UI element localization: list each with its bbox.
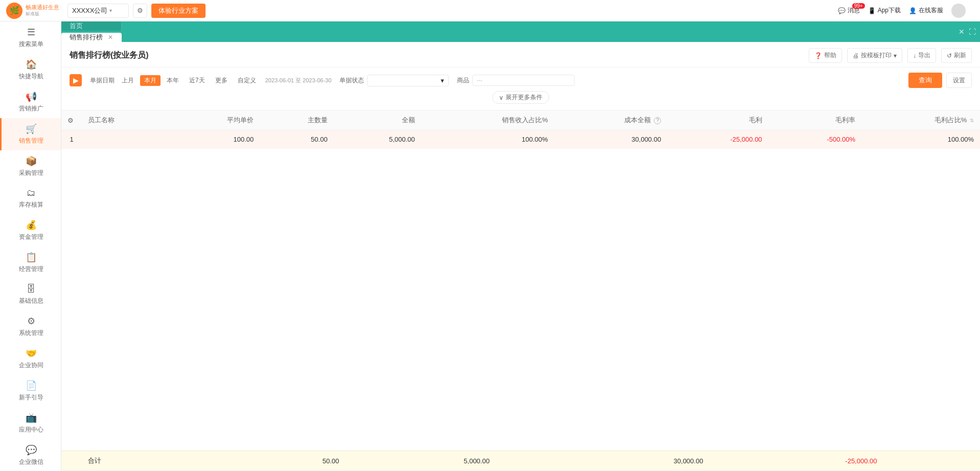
sidebar-search-label: 搜索菜单 [19,40,43,49]
export-button[interactable]: ↓ 导出 [907,48,936,63]
cell-margin: -25,000.00 [667,130,768,149]
page-content: 销售排行榜(按业务员) ❓ 帮助 🖨 按模板打印 ▾ ↓ 导出 [61,42,980,471]
footer-margin: -25,000.00 [709,451,883,471]
tab-home[interactable]: 首页 [61,21,122,31]
footer-margin-rate [883,451,932,471]
expand-icon: ∨ [499,94,504,101]
sidebar-item-operation[interactable]: 📋 经营管理 [0,246,61,279]
settings-icon[interactable]: ⚙ [133,4,147,18]
app-download-button[interactable]: 📱 App下载 [868,6,901,15]
print-label: 按模板打印 [861,51,892,60]
sidebar-item-purchase[interactable]: 📦 采购管理 [0,150,61,183]
settings-button[interactable]: 设置 [946,73,972,88]
top-bar: 🌿 畅康通好生意 标准版 XXXXX公司 ▾ ⚙ 体验行业方案 💬 消息 99+… [0,0,980,21]
query-button[interactable]: 查询 [908,73,942,88]
maximize-icon[interactable]: ⛶ [969,28,976,36]
sidebar-wechat-icon: 💬 [26,444,37,456]
col-margin-pct: 毛利占比% ⇅ [861,110,980,130]
avatar[interactable] [951,4,966,18]
date-opt-last7[interactable]: 近7天 [185,75,209,86]
sidebar-item-search[interactable]: ☰ 搜索菜单 [0,21,61,54]
message-badge: 99+ [852,3,865,9]
logo-icon: 🌿 [6,3,22,19]
message-icon: 💬 [838,7,846,14]
date-opt-custom[interactable]: 自定义 [234,75,260,86]
sidebar-operation-icon: 📋 [26,252,37,263]
logo-badge: 标准版 [26,11,59,17]
sidebar-inventory-icon: 🗂 [27,188,36,198]
cell-sales-pct: 100.00% [421,130,554,149]
sidebar-purchase-label: 采购管理 [19,169,43,177]
expand-label: 展开更多条件 [506,93,542,102]
company-selector[interactable]: XXXXX公司 ▾ [67,4,129,18]
sidebar: ☰ 搜索菜单 🏠 快捷导航 📢 营销推广 🛒 销售管理 📦 采购管理 🗂 库存核… [0,21,61,471]
message-button[interactable]: 💬 消息 99+ [838,6,860,15]
sidebar-item-system[interactable]: ⚙ 系统管理 [0,310,61,343]
cost-help-icon[interactable]: ? [654,117,661,124]
table-header: ⚙ 员工名称 平均单价 主数量 全额 销售收入占比% 成本全额 ? 毛利 毛利率… [61,110,980,130]
sidebar-basic-label: 基础信息 [19,297,43,305]
goods-input[interactable]: ··· [472,75,575,86]
sidebar-item-quick[interactable]: 🏠 快捷导航 [0,54,61,86]
sidebar-item-finance[interactable]: 💰 资金管理 [0,214,61,246]
footer-cost: 30,000.00 [544,451,709,471]
sidebar-marketing-label: 营销推广 [19,104,43,113]
service-label: 在线客服 [919,6,943,15]
sidebar-app-label: 应用中心 [19,425,43,434]
tab-sales-rank[interactable]: 销售排行榜✕ [61,33,122,42]
goods-filter-group: 商品 ··· [457,75,575,86]
data-table: ⚙ 员工名称 平均单价 主数量 全额 销售收入占比% 成本全额 ? 毛利 毛利率… [61,110,980,149]
filter-row: ▶ 单据日期 上月本月本年近7天更多自定义 2023-06-01 至 2023-… [70,73,972,88]
help-button[interactable]: ❓ 帮助 [809,48,842,63]
cell-avg-price: 100.00 [171,130,260,149]
footer-empty-icon [61,451,82,471]
sidebar-item-basic[interactable]: 🗄 基础信息 [0,279,61,310]
cell-margin-rate: -500.00% [768,130,862,149]
tab-sales-rank-close-icon[interactable]: ✕ [108,34,113,41]
footer-main-qty: 50.00 [231,451,345,471]
sidebar-item-sales[interactable]: 🛒 销售管理 [0,118,61,150]
filter-toggle-button[interactable]: ▶ [70,74,82,86]
date-opt-cur_month[interactable]: 本月 [140,75,161,86]
table-area: ⚙ 员工名称 平均单价 主数量 全额 销售收入占比% 成本全额 ? 毛利 毛利率… [61,110,980,451]
chevron-down-icon: ▾ [109,8,112,13]
table-body: 1 100.00 50.00 5,000.00 100.00% 30,000.0… [61,130,980,149]
col-main-qty: 主数量 [260,110,333,130]
date-opt-more[interactable]: 更多 [211,75,232,86]
sidebar-item-wechat[interactable]: 💬 企业微信 [0,439,61,471]
sidebar-app-icon: 📺 [26,412,37,423]
footer-sales-pct [496,451,544,471]
sidebar-item-newbie[interactable]: 📄 新手引导 [0,375,61,407]
footer-table: 合计 50.00 5,000.00 30,000.00 -25,000.00 [61,451,980,471]
date-filter-label: 单据日期 [90,76,115,85]
sidebar-marketing-icon: 📢 [26,91,37,102]
industry-button[interactable]: 体验行业方案 [151,4,206,18]
sidebar-purchase-icon: 📦 [26,155,37,167]
logo-text: 畅康通好生意 [26,4,59,11]
content-area: 首页销售排行榜✕ ✕ ⛶ 销售排行榜(按业务员) ❓ 帮助 🖨 按模板打印 [61,21,980,471]
tab-bar: 首页销售排行榜✕ ✕ ⛶ [61,21,980,42]
page-title: 销售排行榜(按业务员) [70,50,149,61]
sidebar-item-collab[interactable]: 🤝 企业协同 [0,343,61,375]
sort-icon[interactable]: ⇅ [970,118,974,123]
expand-more-button[interactable]: ∨ 展开更多条件 [492,91,549,104]
date-opt-prev_month[interactable]: 上月 [118,75,138,86]
print-button[interactable]: 🖨 按模板打印 ▾ [847,48,902,63]
close-window-icon[interactable]: ✕ [959,28,965,36]
refresh-label: 刷新 [954,51,966,60]
date-opt-cur_year[interactable]: 本年 [163,75,183,86]
help-icon: ❓ [814,52,822,59]
date-range-text: 2023-06-01 至 2023-06-30 [265,77,332,84]
online-service-button[interactable]: 👤 在线客服 [909,6,943,15]
status-select[interactable]: ▾ [367,75,449,86]
sidebar-operation-label: 经营管理 [19,265,43,274]
sidebar-search-icon: ☰ [27,27,35,38]
sidebar-item-app[interactable]: 📺 应用中心 [0,407,61,439]
col-margin-rate: 毛利率 [768,110,862,130]
sidebar-collab-icon: 🤝 [26,348,37,359]
col-settings-icon[interactable]: ⚙ [61,110,82,130]
col-cost: 成本全额 ? [554,110,667,130]
sidebar-item-inventory[interactable]: 🗂 库存核算 [0,183,61,214]
refresh-button[interactable]: ↺ 刷新 [941,48,972,63]
sidebar-item-marketing[interactable]: 📢 营销推广 [0,86,61,118]
